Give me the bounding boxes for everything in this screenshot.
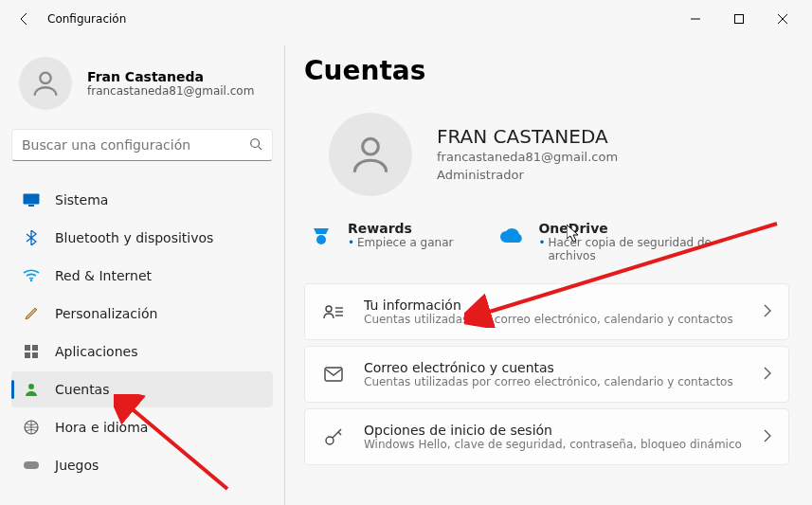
nav-label: Hora e idioma — [55, 420, 148, 435]
nav-label: Personalización — [55, 306, 157, 321]
svg-point-15 — [363, 138, 379, 154]
nav-label: Juegos — [55, 458, 99, 473]
chevron-right-icon — [764, 428, 771, 446]
person-card-icon — [322, 303, 345, 320]
nav-label: Bluetooth y dispositivos — [55, 230, 213, 245]
svg-point-3 — [251, 138, 260, 147]
svg-rect-14 — [24, 461, 39, 469]
nav-system[interactable]: Sistema — [11, 182, 273, 218]
avatar-icon — [329, 113, 412, 196]
page-title: Cuentas — [304, 55, 789, 86]
nav-label: Red & Internet — [55, 268, 152, 283]
onedrive-subtitle: Hacer copia de seguridad de archivos — [538, 236, 718, 262]
close-button[interactable] — [761, 4, 804, 34]
card-your-info[interactable]: Tu información Cuentas utilizadas por co… — [304, 283, 789, 340]
card-title: Tu información — [364, 298, 745, 313]
card-email-accounts[interactable]: Correo electrónico y cuentas Cuentas uti… — [304, 346, 789, 403]
chevron-right-icon — [764, 366, 771, 384]
rewards-block[interactable]: Rewards Empiece a ganar — [308, 221, 453, 262]
nav-apps[interactable]: Aplicaciones — [11, 334, 273, 370]
maximize-button[interactable] — [717, 4, 761, 34]
svg-point-2 — [40, 73, 50, 83]
svg-rect-10 — [25, 352, 30, 358]
nav-personalization[interactable]: Personalización — [11, 296, 273, 332]
rewards-icon — [308, 223, 334, 249]
search-box[interactable] — [11, 129, 273, 161]
svg-line-4 — [259, 146, 262, 150]
nav-accounts[interactable]: Cuentas — [11, 371, 273, 407]
key-icon — [322, 426, 345, 447]
svg-rect-11 — [32, 352, 38, 358]
user-email: francastaneda81@gmail.com — [87, 84, 254, 98]
svg-rect-9 — [32, 345, 38, 351]
wifi-icon — [23, 267, 40, 284]
search-icon — [249, 136, 262, 154]
card-title: Correo electrónico y cuentas — [364, 360, 745, 375]
svg-rect-5 — [24, 194, 40, 205]
rewards-subtitle: Empiece a ganar — [348, 236, 453, 249]
account-header: FRAN CASTANEDA francastaneda81@gmail.com… — [304, 113, 789, 196]
search-input[interactable] — [22, 137, 249, 153]
card-signin-options[interactable]: Opciones de inicio de sesión Windows Hel… — [304, 408, 789, 465]
grid-icon — [23, 343, 40, 360]
svg-rect-21 — [325, 368, 342, 381]
bluetooth-icon — [23, 229, 40, 246]
card-subtitle: Windows Hello, clave de seguridad, contr… — [364, 438, 745, 451]
globe-icon — [23, 419, 40, 436]
nav-network[interactable]: Red & Internet — [11, 258, 273, 294]
user-header[interactable]: Fran Castaneda francastaneda81@gmail.com — [11, 45, 273, 129]
card-subtitle: Cuentas utilizadas por correo electrónic… — [364, 313, 745, 326]
svg-point-22 — [326, 437, 334, 444]
svg-rect-8 — [25, 345, 30, 351]
nav-label: Sistema — [55, 192, 108, 207]
cloud-icon — [498, 223, 525, 249]
mail-icon — [322, 367, 345, 382]
brush-icon — [23, 305, 40, 322]
card-title: Opciones de inicio de sesión — [364, 423, 745, 438]
svg-rect-6 — [28, 205, 34, 207]
svg-point-12 — [28, 384, 34, 389]
window-title: Configuración — [47, 12, 126, 26]
monitor-icon — [23, 191, 40, 208]
account-role: Administrador — [437, 166, 618, 185]
card-subtitle: Cuentas utilizadas por correo electrónic… — [364, 375, 745, 388]
svg-point-17 — [326, 306, 332, 312]
minimize-button[interactable] — [674, 4, 717, 34]
gamepad-icon — [23, 457, 40, 474]
account-email: francastaneda81@gmail.com — [437, 148, 618, 167]
nav-bluetooth[interactable]: Bluetooth y dispositivos — [11, 220, 273, 256]
back-button[interactable] — [8, 2, 42, 36]
nav-label: Aplicaciones — [55, 344, 137, 359]
person-icon — [23, 381, 40, 398]
user-name: Fran Castaneda — [87, 69, 254, 84]
rewards-title: Rewards — [348, 221, 453, 236]
account-name: FRAN CASTANEDA — [437, 125, 618, 148]
chevron-right-icon — [764, 303, 771, 321]
svg-point-7 — [30, 280, 32, 281]
svg-rect-1 — [735, 15, 744, 24]
svg-point-16 — [316, 235, 326, 244]
onedrive-title: OneDrive — [538, 221, 718, 236]
nav-gaming[interactable]: Juegos — [11, 447, 273, 483]
avatar-icon — [19, 57, 72, 110]
onedrive-block[interactable]: OneDrive Hacer copia de seguridad de arc… — [498, 221, 718, 262]
nav-time[interactable]: Hora e idioma — [11, 409, 273, 445]
nav-label: Cuentas — [55, 382, 110, 397]
